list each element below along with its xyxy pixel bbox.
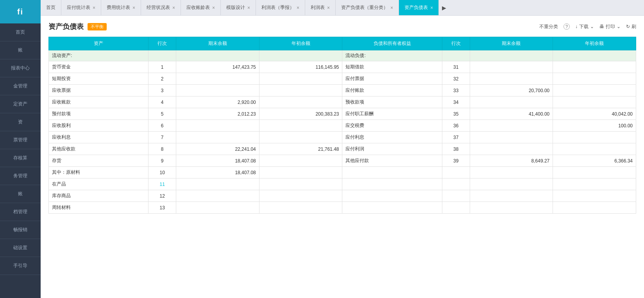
left-start-6[interactable] (259, 132, 342, 143)
left-end-4[interactable]: 2,012.23 (176, 108, 259, 120)
left-end-1[interactable] (176, 73, 259, 85)
right-name-0[interactable]: 短期借款 (342, 61, 442, 73)
tab-close-profit[interactable]: × (327, 5, 330, 10)
left-start-7[interactable]: 21,761.48 (259, 143, 342, 155)
right-name-4[interactable]: 应付职工薪酬 (342, 108, 442, 120)
right-start-0[interactable] (553, 61, 636, 73)
print-button[interactable]: 🖶 打印 ⌄ (599, 23, 621, 30)
sidebar-item-archive[interactable]: 档管理 (0, 203, 41, 221)
left-name-9[interactable]: 其中：原材料 (49, 167, 148, 178)
download-button[interactable]: ↓ 下载 ⌄ (575, 23, 594, 30)
left-end-5[interactable] (176, 120, 259, 132)
sidebar-item-guide[interactable]: 手引导 (0, 257, 41, 275)
left-start-8[interactable] (259, 155, 342, 167)
sidebar-item-invoice[interactable]: 票管理 (0, 131, 41, 149)
right-end-4[interactable]: 41,400.00 (470, 108, 553, 120)
sidebar-item-ledger[interactable]: 账 (0, 185, 41, 203)
tab-close-profit-quarterly[interactable]: × (297, 5, 299, 10)
left-start-11[interactable] (259, 190, 342, 202)
left-name-12[interactable]: 周转材料 (49, 202, 148, 214)
sidebar-item-account[interactable]: 账 (0, 41, 41, 59)
sidebar-item-home[interactable]: 首页 (0, 23, 41, 41)
sidebar-item-expense[interactable]: 畅报销 (0, 221, 41, 239)
right-end-7[interactable] (470, 143, 553, 155)
right-end-0[interactable] (470, 61, 553, 73)
left-start-0[interactable]: 116,145.95 (259, 61, 342, 73)
tab-profit[interactable]: 利润表 × (305, 0, 336, 16)
left-name-2[interactable]: 应收票据 (49, 85, 148, 96)
left-start-3[interactable] (259, 96, 342, 108)
left-end-12[interactable] (176, 202, 259, 214)
left-start-1[interactable] (259, 73, 342, 85)
right-end-6[interactable] (470, 132, 553, 143)
left-end-3[interactable]: 2,920.00 (176, 96, 259, 108)
tab-balance-sheet[interactable]: 资产负债表 × (399, 0, 439, 16)
left-name-0[interactable]: 货币资金 (49, 61, 148, 73)
sidebar-item-capital[interactable]: 资 (0, 113, 41, 131)
tab-expense-stats[interactable]: 费用统计表 × (101, 0, 141, 16)
right-name-7[interactable]: 应付利润 (342, 143, 442, 155)
left-name-5[interactable]: 应收股利 (49, 120, 148, 132)
right-end-3[interactable] (470, 96, 553, 108)
right-name-1[interactable]: 应付票据 (342, 73, 442, 85)
right-start-7[interactable] (553, 143, 636, 155)
tab-close-template-design[interactable]: × (247, 5, 250, 10)
left-start-10[interactable] (259, 178, 342, 190)
tab-receivable-aging[interactable]: 应收账龄表 × (181, 0, 221, 16)
left-end-10[interactable] (176, 178, 259, 190)
left-end-7[interactable]: 22,241.04 (176, 143, 259, 155)
tab-close-business-status[interactable]: × (172, 5, 175, 10)
tab-template-design[interactable]: 模版设计 × (221, 0, 256, 16)
right-start-2[interactable] (553, 85, 636, 96)
sidebar-item-fund[interactable]: 金管理 (0, 77, 41, 95)
right-start-8[interactable]: 6,366.34 (553, 155, 636, 167)
right-name-2[interactable]: 应付账款 (342, 85, 442, 96)
left-end-6[interactable] (176, 132, 259, 143)
tab-close-balance-reclassified[interactable]: × (390, 5, 393, 10)
tab-profit-quarterly[interactable]: 利润表（季报） × (256, 0, 305, 16)
left-name-11[interactable]: 库存商品 (49, 190, 148, 202)
sidebar-item-affairs[interactable]: 务管理 (0, 167, 41, 185)
tab-home[interactable]: 首页 (41, 0, 61, 16)
tab-close-payable-stats[interactable]: × (93, 5, 95, 10)
tab-close-expense-stats[interactable]: × (132, 5, 135, 10)
tab-close-receivable-aging[interactable]: × (212, 5, 215, 10)
right-name-5[interactable]: 应交税费 (342, 120, 442, 132)
right-start-5[interactable]: 100.00 (553, 120, 636, 132)
tab-business-status[interactable]: 经营状况表 × (141, 0, 181, 16)
right-end-2[interactable]: 20,700.00 (470, 85, 553, 96)
left-end-11[interactable] (176, 190, 259, 202)
left-start-12[interactable] (259, 202, 342, 214)
left-start-4[interactable]: 200,383.23 (259, 108, 342, 120)
right-start-6[interactable] (553, 132, 636, 143)
tab-scroll-right[interactable]: ▶ (439, 5, 449, 11)
left-name-4[interactable]: 预付款项 (49, 108, 148, 120)
right-start-4[interactable]: 40,042.00 (553, 108, 636, 120)
help-icon[interactable]: ? (564, 23, 570, 30)
right-name-8[interactable]: 其他应付款 (342, 155, 442, 167)
left-end-2[interactable] (176, 85, 259, 96)
right-name-6[interactable]: 应付利息 (342, 132, 442, 143)
right-start-1[interactable] (553, 73, 636, 85)
right-end-8[interactable]: 8,649.27 (470, 155, 553, 167)
sidebar-item-fixed-assets[interactable]: 定资产 (0, 95, 41, 113)
right-end-1[interactable] (470, 73, 553, 85)
refresh-button[interactable]: ↻ 刷 (626, 23, 636, 30)
left-start-9[interactable] (259, 167, 342, 178)
sidebar-item-inventory[interactable]: 存核算 (0, 149, 41, 167)
tab-close-balance-sheet[interactable]: × (430, 5, 433, 10)
left-name-6[interactable]: 应收利息 (49, 132, 148, 143)
left-name-10[interactable]: 在产品 (49, 178, 148, 190)
left-name-8[interactable]: 存货 (49, 155, 148, 167)
left-name-7[interactable]: 其他应收款 (49, 143, 148, 155)
right-name-3[interactable]: 预收款项 (342, 96, 442, 108)
tab-payable-stats[interactable]: 应付统计表 × (61, 0, 101, 16)
left-end-8[interactable]: 18,407.08 (176, 155, 259, 167)
left-end-0[interactable]: 147,423.75 (176, 61, 259, 73)
left-start-2[interactable] (259, 85, 342, 96)
tab-balance-reclassified[interactable]: 资产负债表（重分类） × (336, 0, 399, 16)
sidebar-item-settings[interactable]: 础设置 (0, 239, 41, 257)
left-name-1[interactable]: 短期投资 (49, 73, 148, 85)
left-name-3[interactable]: 应收账款 (49, 96, 148, 108)
right-start-3[interactable] (553, 96, 636, 108)
